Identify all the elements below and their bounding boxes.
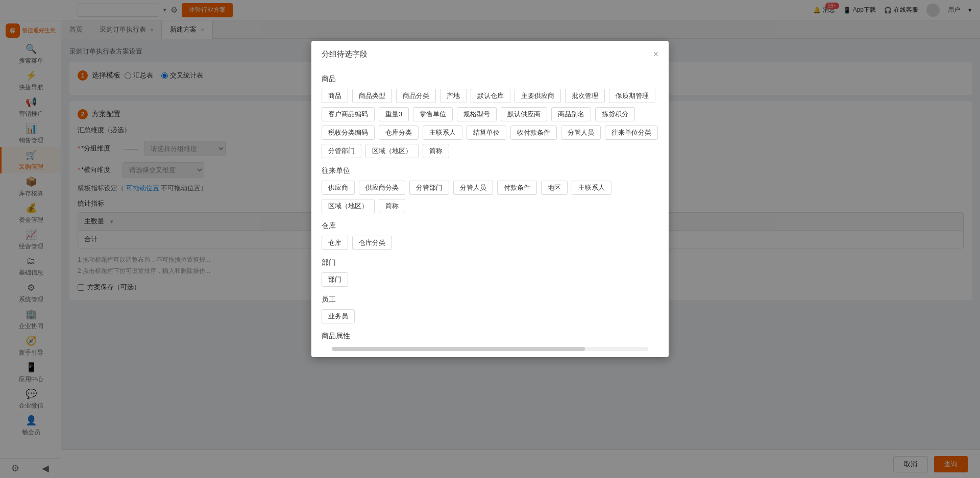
field-tag-默认仓库[interactable]: 默认仓库 [471,89,510,103]
field-tag-付款条件[interactable]: 付款条件 [497,181,537,195]
field-select-dialog: 分组待选字段 × 商品商品商品类型商品分类产地默认仓库主要供应商批次管理保质期管… [311,41,669,357]
field-tag-拣货积分[interactable]: 拣货积分 [595,107,635,121]
field-tag-税收分类编码[interactable]: 税收分类编码 [322,125,375,140]
field-tag-商品别名[interactable]: 商品别名 [551,107,591,121]
field-tag-分管人员[interactable]: 分管人员 [453,181,493,195]
field-group-title-商品: 商品 [322,74,658,84]
field-tag-业务员[interactable]: 业务员 [322,309,355,323]
field-tags-往来单位: 供应商供应商分类分管部门分管人员付款条件地区主联系人区域（地区）简称 [322,181,658,213]
field-tag-仓库[interactable]: 仓库 [322,236,348,250]
field-tag-往来单位分类[interactable]: 往来单位分类 [605,125,658,140]
field-group-title-往来单位: 往来单位 [322,166,658,175]
field-tag-分管人员[interactable]: 分管人员 [561,125,601,140]
field-tag-供应商[interactable]: 供应商 [322,181,355,195]
field-tag-重量3[interactable]: 重量3 [379,107,409,121]
field-tags-商品: 商品商品类型商品分类产地默认仓库主要供应商批次管理保质期管理客户商品编码重量3零… [322,89,658,158]
field-tag-主联系人[interactable]: 主联系人 [423,125,462,140]
field-tag-部门[interactable]: 部门 [322,272,348,287]
field-tag-简称[interactable]: 简称 [423,144,449,158]
field-tag-规格型号[interactable]: 规格型号 [457,107,497,121]
field-tag-仓库分类[interactable]: 仓库分类 [379,125,419,140]
field-group-title-员工: 员工 [322,295,658,304]
dialog-scrollbar [332,347,648,351]
field-tag-批次管理[interactable]: 批次管理 [565,89,605,103]
field-tag-供应商分类[interactable]: 供应商分类 [359,181,405,195]
field-group-title-部门: 部门 [322,258,658,267]
field-tag-默认供应商[interactable]: 默认供应商 [501,107,547,121]
field-group-商品属性: 商品属性属性颜色多规格尺码鞋码1 [322,332,658,345]
field-tag-收付款条件[interactable]: 收付款条件 [510,125,557,140]
field-group-title-仓库: 仓库 [322,221,658,231]
field-tag-零售单位[interactable]: 零售单位 [413,107,453,121]
field-group-往来单位: 往来单位供应商供应商分类分管部门分管人员付款条件地区主联系人区域（地区）简称 [322,166,658,213]
field-tag-客户商品编码[interactable]: 客户商品编码 [322,107,375,121]
field-tag-区域（地区）[interactable]: 区域（地区） [365,144,419,158]
field-tag-商品类型[interactable]: 商品类型 [352,89,392,103]
field-tag-商品分类[interactable]: 商品分类 [396,89,436,103]
field-tag-分管部门[interactable]: 分管部门 [409,181,449,195]
dialog-title: 分组待选字段 [322,49,368,59]
field-group-部门: 部门部门 [322,258,658,287]
field-group-仓库: 仓库仓库仓库分类 [322,221,658,250]
field-tag-区域（地区）[interactable]: 区域（地区） [322,199,375,213]
dialog-close-btn[interactable]: × [653,49,658,60]
field-tag-主联系人[interactable]: 主联系人 [572,181,611,195]
field-group-title-商品属性: 商品属性 [322,332,658,341]
field-tags-员工: 业务员 [322,309,658,323]
field-group-员工: 员工业务员 [322,295,658,323]
field-tag-分管部门[interactable]: 分管部门 [322,144,361,158]
field-tag-产地[interactable]: 产地 [440,89,467,103]
field-tag-地区[interactable]: 地区 [541,181,568,195]
dialog-body[interactable]: 商品商品商品类型商品分类产地默认仓库主要供应商批次管理保质期管理客户商品编码重量… [311,66,669,345]
field-tags-仓库: 仓库仓库分类 [322,236,658,250]
field-tag-商品[interactable]: 商品 [322,89,348,103]
dialog-header: 分组待选字段 × [311,41,669,66]
field-group-商品: 商品商品商品类型商品分类产地默认仓库主要供应商批次管理保质期管理客户商品编码重量… [322,74,658,158]
field-tag-仓库分类[interactable]: 仓库分类 [352,236,392,250]
field-tags-部门: 部门 [322,272,658,287]
field-tag-结算单位[interactable]: 结算单位 [467,125,506,140]
field-tag-主要供应商[interactable]: 主要供应商 [514,89,561,103]
dialog-overlay: 分组待选字段 × 商品商品商品类型商品分类产地默认仓库主要供应商批次管理保质期管… [0,0,980,478]
field-tag-保质期管理[interactable]: 保质期管理 [609,89,655,103]
dialog-scrollbar-thumb [332,347,585,351]
field-tag-简称[interactable]: 简称 [379,199,405,213]
